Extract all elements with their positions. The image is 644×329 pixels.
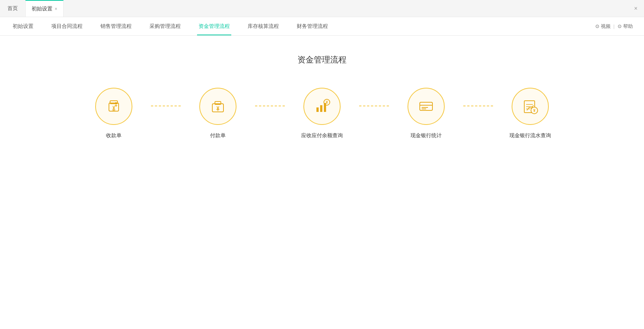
video-icon: ⊙: [595, 23, 599, 29]
top-right-controls: ×: [631, 4, 644, 13]
page-title: 资金管理流程: [297, 54, 347, 65]
help-label: 帮助: [623, 23, 633, 30]
connector-2: [255, 106, 285, 106]
nav-item-sales-manage[interactable]: 销售管理流程: [99, 17, 133, 35]
help-icon: ⊙: [618, 23, 622, 29]
svg-text:¥: ¥: [326, 100, 328, 104]
connector-1: [151, 106, 181, 106]
video-link[interactable]: ⊙ 视频: [595, 23, 611, 30]
nav-item-finance-manage[interactable]: 财务管理流程: [295, 17, 329, 35]
window-close-button[interactable]: ×: [631, 4, 640, 13]
nav-separator: |: [614, 23, 615, 29]
video-label: 视频: [601, 23, 611, 30]
ar-ap-label: 应收应付余额查询: [301, 132, 343, 139]
nav-item-project-contract[interactable]: 项目合同流程: [50, 17, 84, 35]
flow-item-cash-bank-stats: 现金银行统计: [389, 88, 463, 139]
nav-items: 初始设置 项目合同流程 销售管理流程 采购管理流程 资金管理流程 库存核算流程 …: [11, 17, 329, 35]
svg-rect-11: [316, 107, 319, 112]
payment-icon: ¥: [209, 97, 227, 116]
flow-row: ¥ 收款单 ¥: [77, 88, 567, 139]
nav-item-purchase-manage[interactable]: 采购管理流程: [148, 17, 182, 35]
connector-4: [463, 106, 493, 106]
help-link[interactable]: ⊙ 帮助: [618, 23, 633, 30]
nav-item-capital-manage[interactable]: 资金管理流程: [197, 17, 231, 35]
connector-3: [359, 106, 389, 106]
main-content: 资金管理流程 ¥ 收款单: [0, 36, 644, 139]
receipt-icon-circle[interactable]: ¥: [95, 88, 132, 125]
top-bar: 首页 初始设置 × ×: [0, 0, 644, 17]
ar-ap-icon-circle[interactable]: ¥: [303, 88, 341, 125]
cash-bank-stats-label: 现金银行统计: [410, 132, 442, 139]
receipt-label: 收款单: [106, 132, 122, 139]
flow-item-receipt: ¥ 收款单: [77, 88, 151, 139]
nav-item-inventory-calc[interactable]: 库存核算流程: [246, 17, 280, 35]
ar-ap-icon: ¥: [313, 97, 331, 116]
cash-bank-stats-icon: [417, 97, 435, 116]
flow-item-cash-bank-flow: ¥ 现金银行流水查询: [493, 88, 567, 139]
receipt-icon: ¥: [104, 97, 123, 116]
cash-bank-stats-icon-circle[interactable]: [408, 88, 445, 125]
svg-rect-12: [320, 105, 322, 112]
nav-bar: 初始设置 项目合同流程 销售管理流程 采购管理流程 资金管理流程 库存核算流程 …: [0, 17, 644, 36]
svg-text:¥: ¥: [533, 109, 535, 113]
active-tab[interactable]: 初始设置 ×: [25, 0, 64, 17]
nav-item-initial-setup[interactable]: 初始设置: [11, 17, 35, 35]
cash-bank-flow-icon-circle[interactable]: ¥: [512, 88, 549, 125]
flow-item-payment: ¥ 付款单: [181, 88, 255, 139]
cash-bank-flow-icon: ¥: [521, 97, 540, 116]
payment-label: 付款单: [210, 132, 226, 139]
home-tab[interactable]: 首页: [0, 0, 25, 17]
flow-item-ar-ap: ¥ 应收应付余额查询: [285, 88, 359, 139]
cash-bank-flow-label: 现金银行流水查询: [509, 132, 551, 139]
nav-right: ⊙ 视频 | ⊙ 帮助: [595, 23, 633, 30]
active-tab-label: 初始设置: [32, 6, 52, 12]
payment-icon-circle[interactable]: ¥: [199, 88, 236, 125]
tab-close-button[interactable]: ×: [55, 6, 57, 12]
